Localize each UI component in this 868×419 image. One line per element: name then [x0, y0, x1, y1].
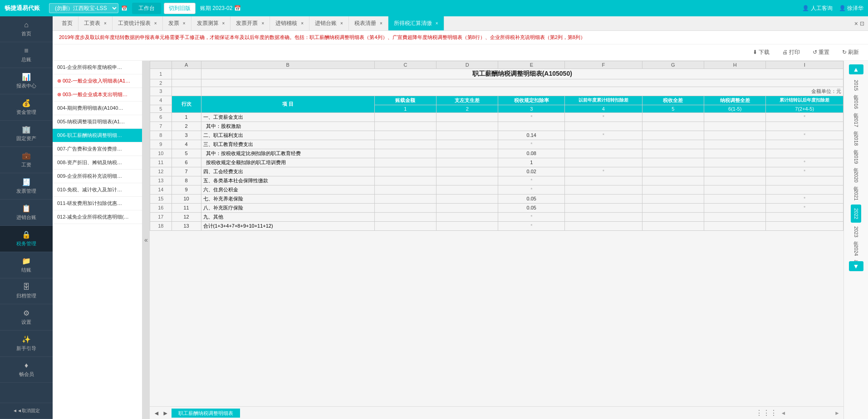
customer-service[interactable]: 👤 人工客询	[802, 5, 832, 12]
header-row-1: 4 行次 项 目 账载金额 支左支生差 税收规定扣除率 以前年度累计结转扣除差 …	[150, 96, 843, 105]
sheet-options-button[interactable]: ⋮⋮⋮	[755, 409, 777, 417]
user-profile[interactable]: 👤 徐泽华	[839, 5, 863, 12]
header-col1: 1	[374, 105, 436, 112]
sub-nav-collapse-button[interactable]: «	[142, 61, 150, 419]
reset-icon: ↺	[813, 49, 817, 55]
content-area: 首页 工资表 × 工资统计报表 × 发票 × 发票测算 × 发票开票 ×	[53, 16, 868, 419]
year-item-2016[interactable]: 2016年	[853, 94, 859, 112]
print-button[interactable]: 🖨 打印	[779, 47, 804, 58]
sidebar-item-invoice[interactable]: 🧾 发票管理	[0, 173, 53, 200]
tab-close-icon[interactable]: ×	[261, 21, 264, 26]
tab-invoice-open[interactable]: 发票开票 ×	[230, 16, 270, 31]
sub-nav-011[interactable]: 011-研发费用加计扣除优惠…	[53, 197, 142, 210]
year-item-2022[interactable]: 2022年	[851, 205, 861, 223]
sidebar: ⌂ 首页 ≡ 总账 📊 报表中心 💰 资金管理 🏢 固定资产 💼 工资 🧾 发票…	[0, 16, 53, 419]
tab-close-icon[interactable]: ×	[436, 21, 438, 26]
row-num: 1	[150, 68, 172, 79]
tab-tax-list[interactable]: 税表清册 ×	[349, 16, 388, 31]
header-shiji: 支左支生差	[436, 96, 498, 105]
sidebar-item-salary[interactable]: 💼 工资	[0, 147, 53, 173]
tab-invoice-calc[interactable]: 发票测算 ×	[191, 16, 231, 31]
tab-home[interactable]: 首页	[56, 16, 78, 31]
tab-invoice[interactable]: 发票 ×	[163, 16, 191, 31]
invoice-icon: 🧾	[22, 178, 31, 186]
old-version-button[interactable]: 切到旧版	[164, 3, 196, 14]
sidebar-item-vip[interactable]: ♦ 畅会员	[0, 357, 53, 383]
sheet-container[interactable]: A B C D E F G H I	[150, 61, 843, 407]
sub-nav-003[interactable]: ⊗003-一般企业成本支出明细…	[53, 88, 142, 102]
tab-close-icon[interactable]: ×	[183, 21, 186, 26]
refresh-button[interactable]: ↻ 刷新	[839, 47, 863, 58]
tab-close-icon[interactable]: ×	[380, 21, 383, 26]
calendar-icon[interactable]: 📅	[121, 5, 128, 11]
sidebar-item-sales[interactable]: 📋 进销台账	[0, 200, 53, 226]
sub-nav-004[interactable]: 004-期间费用明细表(A1040…	[53, 102, 142, 115]
sidebar-item-tax[interactable]: 🔒 税务管理	[0, 226, 53, 252]
tab-salary-table[interactable]: 工资表 ×	[78, 16, 113, 31]
unpin-button[interactable]: ◄◄取消固定	[0, 403, 53, 419]
error-icon: ⊗	[57, 78, 61, 83]
sheet-tab-main[interactable]: 职工薪酬纳税调整明细表	[172, 409, 240, 418]
tab-close-icon[interactable]: ×	[340, 21, 343, 26]
sub-nav-002[interactable]: ⊗002-一般企业收入明细表(A1…	[53, 74, 142, 88]
year-item-2017[interactable]: 2017年	[853, 112, 859, 131]
sub-nav-012[interactable]: 012-减免企业所得税优惠明细(…	[53, 210, 142, 224]
sub-nav-008[interactable]: 008-资产折旧、摊销及纳税…	[53, 156, 142, 170]
sidebar-item-guide[interactable]: ✨ 新手引导	[0, 331, 53, 357]
sidebar-item-label: 固定资产	[16, 135, 36, 142]
year-item-2021[interactable]: 2021年	[853, 186, 859, 204]
year-item-2020[interactable]: 2020年	[853, 168, 859, 186]
table-row: 12 7 四、工会经费支出 0.02 * *	[150, 167, 843, 176]
tab-purchase-ledger[interactable]: 进销台账 ×	[309, 16, 349, 31]
page-toolbar: ⬇ 下载 🖨 打印 ↺ 重置 ↻ 刷新	[53, 44, 868, 61]
tab-purchase-check[interactable]: 进销稽核 ×	[270, 16, 309, 31]
sidebar-item-home[interactable]: ⌂ 首页	[0, 16, 53, 42]
sidebar-item-general[interactable]: ≡ 总账	[0, 42, 53, 68]
closing-icon: 📁	[22, 257, 31, 265]
col-header-row: A B C D E F G H I	[150, 61, 843, 68]
table-row: 1 职工薪酬纳税调整明细表(A105050)	[150, 68, 843, 79]
sidebar-item-closing[interactable]: 📁 结账	[0, 252, 53, 278]
asset-icon: 💰	[22, 99, 31, 107]
tab-salary-report[interactable]: 工资统计报表 ×	[113, 16, 163, 31]
company-selector[interactable]: (勿删）江西殴宝-LSS 📅	[49, 3, 128, 13]
sidebar-item-archive[interactable]: 🗄 归档管理	[0, 278, 53, 304]
reset-button[interactable]: ↺ 重置	[809, 47, 833, 58]
sub-nav-009[interactable]: 009-企业所得税补充说明细…	[53, 170, 142, 183]
tab-income-tax[interactable]: 所得税汇算清缴 ×	[388, 16, 444, 31]
year-down-button[interactable]: ▼	[849, 261, 863, 271]
sub-nav-010[interactable]: 010-免税、减计收入及加计…	[53, 183, 142, 197]
download-button[interactable]: ⬇ 下载	[749, 47, 773, 58]
year-item-2015[interactable]: 2015年	[853, 76, 859, 94]
close-all-tabs-button[interactable]: ×	[854, 20, 858, 27]
sub-nav-005[interactable]: 005-纳税调整项目明细表(A1…	[53, 115, 142, 129]
sub-nav-007[interactable]: 007-广告费和业务宣传费排…	[53, 142, 142, 156]
sub-nav: 001-企业所得税年度纳税申… ⊗002-一般企业收入明细表(A1… ⊗003-…	[53, 61, 142, 419]
tab-close-icon[interactable]: ×	[301, 21, 304, 26]
sidebar-item-label: 设置	[21, 319, 31, 326]
year-item-2024[interactable]: 2024年	[853, 241, 859, 259]
restore-window-button[interactable]: ⊡	[860, 20, 864, 27]
year-up-button[interactable]: ▲	[849, 64, 863, 74]
tab-close-icon[interactable]: ×	[154, 21, 157, 26]
table-row: 3 金额单位：元	[150, 87, 843, 96]
tab-close-icon[interactable]: ×	[104, 21, 107, 26]
workbench-button[interactable]: 工作台	[132, 3, 161, 14]
header-col5: 5	[642, 105, 704, 112]
sub-nav-006[interactable]: 006-职工薪酬纳税调整明细…	[53, 129, 142, 142]
year-item-2018[interactable]: 2018年	[853, 131, 859, 149]
sub-nav-001[interactable]: 001-企业所得税年度纳税申…	[53, 61, 142, 74]
sheet-nav-right[interactable]: ►	[162, 409, 169, 417]
header-col2: 2	[436, 105, 498, 112]
sidebar-item-asset[interactable]: 💰 资金管理	[0, 94, 53, 121]
sheet-scroll-bar[interactable]: ◄ ►	[781, 410, 840, 416]
sidebar-item-fixed-asset[interactable]: 🏢 固定资产	[0, 121, 53, 147]
archive-icon: 🗄	[23, 283, 30, 291]
company-dropdown[interactable]: (勿删）江西殴宝-LSS	[49, 3, 118, 13]
tab-close-icon[interactable]: ×	[222, 21, 225, 26]
year-item-2019[interactable]: 2019年	[853, 149, 859, 167]
sidebar-item-report[interactable]: 📊 报表中心	[0, 68, 53, 94]
sheet-nav-left[interactable]: ◄	[153, 409, 160, 417]
year-item-2023[interactable]: 2023年	[853, 223, 859, 241]
sidebar-item-settings[interactable]: ⚙ 设置	[0, 304, 53, 331]
